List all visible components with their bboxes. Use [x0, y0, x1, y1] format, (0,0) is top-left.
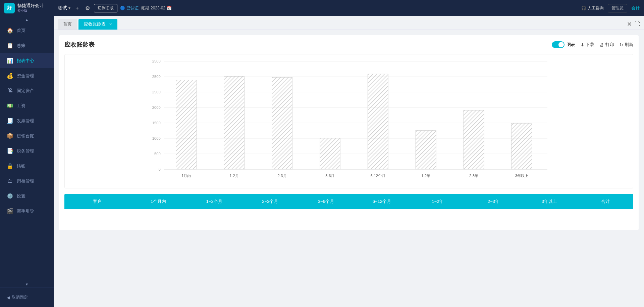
svg-text:3年以上: 3年以上 [515, 174, 528, 178]
sidebar-item-ledger-label: 总账 [17, 43, 25, 49]
report-header: 应收账龄表 图表 ⬇ 下载 🖨 [64, 41, 633, 49]
download-label: 下载 [586, 42, 594, 48]
report-title: 应收账龄表 [64, 41, 95, 49]
col-1month: 1个月内 [130, 194, 186, 209]
period-selector[interactable]: 账期 2023-02 📅 [141, 5, 172, 11]
sidebar-item-tax-label: 税务管理 [17, 148, 34, 154]
sidebar-item-fund[interactable]: 💰 资金管理 [0, 68, 54, 83]
toggle-track[interactable] [552, 41, 565, 48]
download-button[interactable]: ⬇ 下载 [581, 42, 594, 48]
sidebar-item-salary[interactable]: 💵 工资 [0, 98, 54, 113]
sidebar-item-fund-label: 资金管理 [17, 73, 34, 79]
logo: 好 畅捷通好会计 专业版 [4, 3, 58, 13]
user-button[interactable]: 管理员 [608, 4, 627, 12]
bar-3年以上 [512, 123, 532, 169]
period-value: 2023-02 [151, 6, 165, 10]
sidebar-item-asset[interactable]: 🏗 固定资产 [0, 83, 54, 98]
calendar-icon: 📅 [167, 6, 172, 10]
col-1-2year: 1~2年 [410, 194, 466, 209]
close-panel-button[interactable]: ✕ [627, 20, 632, 28]
toggle-thumb [558, 42, 564, 47]
bar-2-3年 [464, 110, 484, 169]
topbar-center: 测试 ▾ ＋ ⚙ 切到旧版 🔵 已认证 账期 2023-02 📅 [58, 3, 581, 13]
sidebar-item-home-label: 首页 [17, 28, 25, 34]
tab-home[interactable]: 首页 [58, 19, 77, 30]
sidebar-item-close[interactable]: 🔒 结账 [0, 159, 54, 174]
invoice-icon: 🧾 [7, 118, 13, 124]
consult-label: 人工咨询 [588, 5, 604, 11]
asset-icon: 🏗 [7, 88, 13, 94]
tab-aging-label: 应收账龄表 [84, 21, 106, 27]
expand-button[interactable]: ⛶ [635, 21, 640, 27]
consult-button[interactable]: 🎧 人工咨询 [581, 5, 604, 11]
tab-close-icon[interactable]: ✕ [109, 22, 112, 26]
logo-text-block: 畅捷通好会计 专业版 [17, 3, 44, 13]
chart-toggle[interactable]: 图表 [552, 41, 575, 48]
chart-area: 2500 2500 2500 2000 1500 1000 500 0 [64, 54, 633, 188]
company-selector[interactable]: 测试 ▾ [58, 5, 70, 11]
settings-nav-icon: ⚙️ [7, 193, 13, 199]
tab-bar-right: ✕ ⛶ [627, 20, 640, 28]
tab-aging[interactable]: 应收账龄表 ✕ [78, 19, 117, 30]
switch-version-button[interactable]: 切到旧版 [94, 4, 117, 12]
sidebar-item-ledger[interactable]: 📋 总账 [0, 38, 54, 53]
content-area: 首页 应收账龄表 ✕ ✕ ⛶ 应收账龄表 [54, 16, 644, 307]
sidebar-item-trade[interactable]: 📦 进销台账 [0, 128, 54, 143]
print-button[interactable]: 🖨 打印 [600, 42, 614, 48]
archive-icon: 🗂 [7, 178, 13, 184]
sidebar-item-invoice-label: 发票管理 [17, 118, 34, 124]
page-content: 应收账龄表 图表 ⬇ 下载 🖨 [54, 30, 644, 307]
report-actions: 图表 ⬇ 下载 🖨 打印 ↻ 刷新 [552, 41, 633, 48]
tab-home-label: 首页 [63, 21, 72, 27]
guide-icon: 🎬 [7, 208, 13, 214]
report-icon: 📊 [7, 57, 13, 64]
cert-icon: 🔵 [120, 6, 125, 10]
sidebar-item-settings-label: 设置 [17, 193, 25, 199]
cert-text: 已认证 [126, 5, 139, 11]
bar-6-12月 [368, 74, 388, 169]
refresh-icon: ↻ [620, 42, 623, 47]
sidebar-item-invoice[interactable]: 🧾 发票管理 [0, 113, 54, 128]
company-name: 测试 [58, 5, 67, 11]
role-button[interactable]: 会计 [631, 5, 640, 11]
salary-icon: 💵 [7, 102, 13, 109]
sidebar-item-report[interactable]: 📊 报表中心 [0, 53, 54, 68]
sidebar-item-settings[interactable]: ⚙️ 设置 [0, 188, 54, 204]
sidebar-item-guide[interactable]: 🎬 新手引导 [0, 204, 54, 219]
cert-badge: 🔵 已认证 [120, 5, 139, 11]
topbar-right: 🎧 人工咨询 管理员 会计 [581, 4, 640, 12]
sidebar-item-home[interactable]: 🏠 首页 [0, 23, 54, 38]
col-customer: 客户 [64, 194, 130, 209]
sidebar-item-archive-label: 归档管理 [17, 178, 34, 184]
sidebar-scroll-down[interactable]: ▼ [0, 281, 54, 288]
settings-button[interactable]: ⚙ [84, 4, 91, 13]
col-2-3year: 2~3年 [466, 194, 522, 209]
sidebar-scroll-up[interactable]: ▲ [0, 16, 54, 23]
logo-edition: 专业版 [17, 8, 44, 13]
svg-text:2500: 2500 [152, 59, 161, 63]
svg-text:500: 500 [154, 152, 161, 156]
bar-chart: 2500 2500 2500 2000 1500 1000 500 0 [65, 54, 633, 188]
unpin-button[interactable]: ◀ 取消固定 [0, 291, 54, 304]
svg-text:1-2月: 1-2月 [230, 174, 239, 178]
topbar: 好 畅捷通好会计 专业版 测试 ▾ ＋ ⚙ 切到旧版 🔵 已认证 账期 2023… [0, 0, 644, 16]
col-over3year: 3年以上 [522, 194, 578, 209]
close-accounts-icon: 🔒 [7, 163, 13, 169]
period-label: 账期 [141, 5, 149, 11]
col-total: 合计 [577, 194, 633, 209]
refresh-button[interactable]: ↻ 刷新 [620, 42, 633, 48]
svg-text:0: 0 [158, 167, 160, 171]
tab-bar: 首页 应收账龄表 ✕ ✕ ⛶ [54, 16, 644, 30]
download-icon: ⬇ [581, 42, 584, 47]
sidebar-item-archive[interactable]: 🗂 归档管理 [0, 174, 54, 188]
sidebar-item-guide-label: 新手引导 [17, 208, 34, 214]
sidebar: ▲ 🏠 首页 📋 总账 📊 报表中心 💰 资金管理 🏗 固定资产 [0, 16, 54, 307]
svg-text:2-3年: 2-3年 [469, 174, 478, 178]
svg-text:1月内: 1月内 [181, 174, 191, 178]
sidebar-item-tax[interactable]: 📑 税务管理 [0, 143, 54, 159]
home-icon: 🏠 [7, 27, 13, 34]
tax-icon: 📑 [7, 148, 13, 154]
add-button[interactable]: ＋ [73, 3, 81, 13]
headset-icon: 🎧 [581, 6, 586, 10]
trade-icon: 📦 [7, 133, 13, 139]
